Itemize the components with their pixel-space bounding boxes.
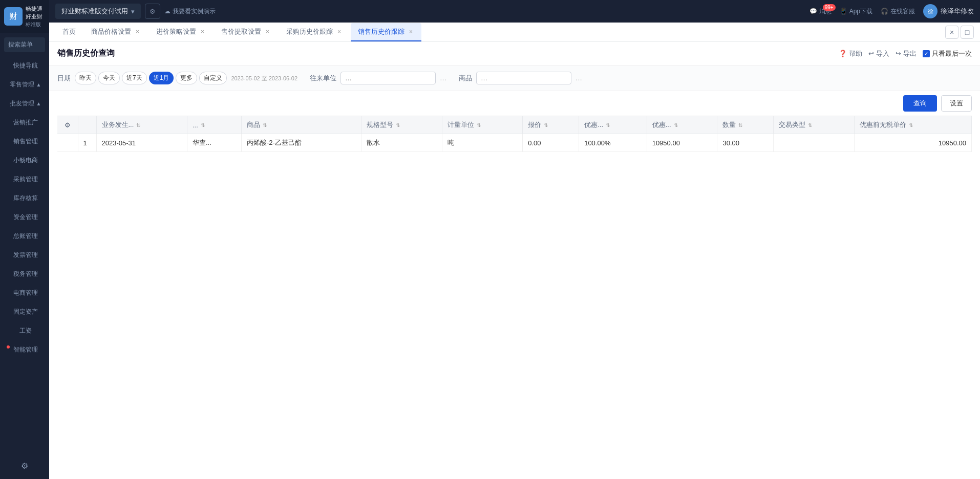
- tab-close-purchase-history[interactable]: ×: [336, 28, 343, 36]
- table-col-index: [78, 116, 96, 134]
- tab-close-purchase-strategy[interactable]: ×: [199, 28, 206, 36]
- export-link[interactable]: ↪ 导出: [896, 49, 917, 58]
- search-menu-button[interactable]: 搜索菜单: [4, 37, 45, 52]
- table-col-transaction-type[interactable]: 交易类型 ⇅: [774, 116, 855, 134]
- sidebar-item-retail[interactable]: 零售管理 ▲: [0, 75, 49, 94]
- header-settings-button[interactable]: ⚙: [145, 4, 160, 19]
- sidebar-item-wholesale[interactable]: 批发管理 ▲: [0, 94, 49, 113]
- date-btn-today[interactable]: 今天: [98, 72, 120, 84]
- cell-settings: [57, 134, 78, 152]
- wholesale-arrow-icon: ▲: [36, 101, 41, 106]
- table-col-quantity[interactable]: 数量 ⇅: [717, 116, 774, 134]
- table-col-spec[interactable]: 规格型号 ⇅: [361, 116, 442, 134]
- settings-button[interactable]: 设置: [941, 95, 972, 112]
- sidebar-item-tax[interactable]: 税务管理: [0, 265, 49, 284]
- user-info[interactable]: 徐 徐泽华修改: [923, 4, 974, 18]
- retail-arrow-icon: ▲: [36, 82, 41, 88]
- only-last-checkbox[interactable]: ✓: [923, 50, 930, 57]
- sort-icon-business-date[interactable]: ⇅: [136, 122, 140, 128]
- table-col-settings[interactable]: ⚙: [57, 116, 78, 134]
- sidebar-bottom: ⚙: [0, 453, 49, 479]
- table-row[interactable]: 1 2023-05-31 华查... 丙烯酸-2-乙基己酯 散水 吨 0.00 …: [57, 134, 972, 152]
- tab-home[interactable]: 首页: [55, 23, 83, 41]
- table-col-unit[interactable]: 计量单位 ⇅: [442, 116, 523, 134]
- sidebar-item-marketing[interactable]: 营销推广: [0, 113, 49, 132]
- tab-purchase-history[interactable]: 采购历史价跟踪 ×: [279, 23, 350, 41]
- help-icon: ❓: [839, 50, 847, 57]
- page-actions: ❓ 帮助 ↩ 导入 ↪ 导出 ✓ 只看最后一次: [839, 49, 972, 58]
- tab-close-product-price[interactable]: ×: [134, 28, 141, 36]
- date-btn-yesterday[interactable]: 昨天: [75, 72, 96, 84]
- tab-maximize-button[interactable]: □: [961, 26, 974, 39]
- table-col-discount1[interactable]: 优惠... ⇅: [579, 116, 647, 134]
- messages-badge: 99+: [823, 4, 836, 11]
- only-last-checkbox-label[interactable]: ✓ 只看最后一次: [923, 49, 972, 58]
- tab-close-sale-extract[interactable]: ×: [264, 28, 271, 36]
- table-col-price[interactable]: 报价 ⇅: [523, 116, 579, 134]
- table-col-more[interactable]: ... ⇅: [187, 116, 241, 134]
- product-more-icon[interactable]: …: [576, 74, 582, 82]
- cell-index: 1: [78, 134, 96, 152]
- sidebar-item-general-ledger[interactable]: 总账管理: [0, 227, 49, 246]
- tab-sale-extract[interactable]: 售价提取设置 ×: [214, 23, 278, 41]
- cell-more: 华查...: [187, 134, 241, 152]
- date-btn-more[interactable]: 更多: [176, 72, 197, 84]
- app-selector-button[interactable]: 好业财标准版交付试用 ▾: [55, 4, 141, 19]
- tab-close-sales-history[interactable]: ×: [408, 28, 414, 36]
- sort-icon-more[interactable]: ⇅: [201, 122, 205, 128]
- sort-icon-discount1[interactable]: ⇅: [606, 122, 610, 128]
- app-download-button[interactable]: 📱 App下载: [840, 7, 872, 16]
- table-col-business-date[interactable]: 业务发生... ⇅: [96, 116, 187, 134]
- sidebar-item-payroll[interactable]: 工资: [0, 321, 49, 340]
- cell-transaction-type: [774, 134, 855, 152]
- tab-purchase-strategy[interactable]: 进价策略设置 ×: [149, 23, 213, 41]
- sort-icon-spec[interactable]: ⇅: [396, 122, 400, 128]
- sidebar-item-finance[interactable]: 资金管理: [0, 208, 49, 227]
- sidebar-item-sales[interactable]: 销售管理: [0, 132, 49, 151]
- date-btn-custom[interactable]: 自定义: [199, 72, 227, 84]
- sort-icon-transaction-type[interactable]: ⇅: [808, 122, 812, 128]
- sidebar-item-inventory[interactable]: 库存核算: [0, 189, 49, 208]
- sidebar-item-purchase[interactable]: 采购管理: [0, 170, 49, 189]
- sort-icon-pretax-price[interactable]: ⇅: [909, 122, 913, 128]
- top-header: 好业财标准版交付试用 ▾ ⚙ ☁ 我要看实例演示 💬 消息 99+ 📱 App下…: [49, 0, 980, 23]
- sort-icon-product[interactable]: ⇅: [263, 122, 267, 128]
- messages-button[interactable]: 💬 消息 99+: [809, 7, 832, 16]
- sidebar-item-smart[interactable]: 智能管理: [0, 340, 49, 359]
- source-unit-input[interactable]: [340, 72, 436, 84]
- sort-icon-quantity[interactable]: ⇅: [738, 122, 742, 128]
- sidebar-item-ecommerce[interactable]: 电商管理: [0, 284, 49, 302]
- cell-discount1: 100.00%: [579, 134, 647, 152]
- query-button[interactable]: 查询: [903, 95, 937, 112]
- table-col-pretax-price[interactable]: 优惠前无税单价 ⇅: [854, 116, 971, 134]
- sort-icon-unit[interactable]: ⇅: [477, 122, 481, 128]
- table-col-product[interactable]: 商品 ⇅: [241, 116, 361, 134]
- demo-link[interactable]: ☁ 我要看实例演示: [164, 7, 216, 16]
- date-btn-last1m[interactable]: 近1月: [149, 72, 174, 84]
- sort-icon-discount2[interactable]: ⇅: [674, 122, 678, 128]
- tab-minimize-button[interactable]: ×: [945, 26, 958, 39]
- sidebar-item-quick-nav[interactable]: 快捷导航: [0, 56, 49, 75]
- product-input[interactable]: [476, 72, 571, 84]
- export-icon: ↪: [896, 50, 901, 57]
- date-buttons: 昨天 今天 近7天 近1月 更多 自定义: [75, 72, 227, 84]
- table-body: 1 2023-05-31 华查... 丙烯酸-2-乙基己酯 散水 吨 0.00 …: [57, 134, 972, 152]
- sort-icon-price[interactable]: ⇅: [544, 122, 548, 128]
- source-unit-more-icon[interactable]: …: [440, 74, 446, 82]
- header-right-area: 💬 消息 99+ 📱 App下载 🎧 在线客服 徐 徐泽华修改: [809, 4, 974, 18]
- product-filter-label: 商品: [459, 74, 472, 83]
- tab-product-price[interactable]: 商品价格设置 ×: [84, 23, 148, 41]
- import-link[interactable]: ↩ 导入: [868, 49, 889, 58]
- online-service-button[interactable]: 🎧 在线客服: [881, 7, 915, 16]
- sidebar-item-fixed-assets[interactable]: 固定资产: [0, 302, 49, 321]
- help-link[interactable]: ❓ 帮助: [839, 49, 862, 58]
- sidebar-item-ecommerce-small[interactable]: 小畅电商: [0, 151, 49, 170]
- sidebar-search-area[interactable]: 搜索菜单: [0, 33, 49, 56]
- cell-price: 0.00: [523, 134, 579, 152]
- table-col-discount2[interactable]: 优惠... ⇅: [647, 116, 717, 134]
- cell-pretax-price: 10950.00: [854, 134, 971, 152]
- sidebar-settings-icon[interactable]: ⚙: [4, 457, 45, 475]
- sidebar-item-invoice[interactable]: 发票管理: [0, 246, 49, 265]
- date-btn-last7[interactable]: 近7天: [122, 72, 147, 84]
- tab-sales-history[interactable]: 销售历史价跟踪 ×: [351, 23, 421, 41]
